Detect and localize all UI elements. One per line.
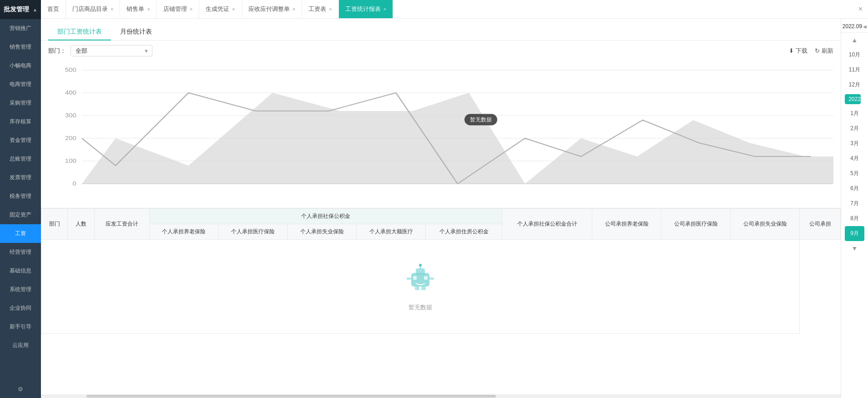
tab-month-stats[interactable]: 月份统计表	[111, 24, 161, 40]
date-year-2022[interactable]: 2022	[845, 94, 861, 104]
col-group-personal: 个人承担社保公积金	[149, 209, 502, 224]
sidebar: 批发管理 ▲ 营销推广销售管理小畅电商电商管理采购管理库存核算资金管理总账管理发…	[0, 0, 41, 398]
close-all-icon: ×	[858, 5, 863, 13]
sidebar-item-operations[interactable]: 经营管理	[0, 243, 41, 262]
svg-text:100: 100	[65, 158, 76, 164]
page: 部门工资统计表 月份统计表 部门： 全部 ▼	[41, 19, 841, 398]
col-personal-pension: 个人承担养老保险	[149, 224, 218, 240]
tab-close-receivable[interactable]: ×	[293, 6, 295, 12]
sidebar-item-ecommerce-small[interactable]: 小畅电商	[0, 56, 41, 75]
empty-robot-icon	[402, 262, 439, 298]
nav-up-arrow[interactable]: ▲	[848, 34, 861, 46]
tab-close-voucher[interactable]: ×	[232, 6, 235, 12]
toolbar: 部门： 全部 ▼ ⬇ 下载 ↻ 刷新	[41, 40, 841, 61]
date-month-3[interactable]: 3月	[845, 136, 864, 151]
tab-dept-salary[interactable]: 部门工资统计表	[48, 24, 111, 40]
tab-salary-table[interactable]: 工资表×	[302, 0, 338, 18]
sidebar-settings-button[interactable]: ⚙	[0, 380, 41, 398]
sidebar-item-basic[interactable]: 基础信息	[0, 262, 41, 280]
date-month-12[interactable]: 12月	[845, 77, 864, 92]
horizontal-scrollbar[interactable]	[41, 394, 841, 398]
sidebar-item-enterprise[interactable]: 企业协同	[0, 299, 41, 317]
table-area[interactable]: 部门 人数 应发工资合计 个人承担社保公积金 个人承担社保公积金合计 公司承担养…	[41, 208, 841, 394]
date-month-6[interactable]: 6月	[845, 181, 864, 196]
sidebar-header[interactable]: 批发管理 ▲	[0, 0, 41, 19]
scrollbar-thumb[interactable]	[86, 395, 496, 398]
tab-store-mgmt[interactable]: 店铺管理×	[157, 0, 199, 18]
date-month-2[interactable]: 2月	[845, 121, 864, 136]
svg-text:200: 200	[65, 135, 76, 141]
col-company-pension: 公司承担养老保险	[592, 209, 661, 240]
date-month-9[interactable]: 9月	[845, 226, 864, 241]
download-button[interactable]: ⬇ 下载	[789, 47, 807, 55]
gear-icon: ⚙	[18, 386, 23, 393]
tab-sales-order[interactable]: 销售单×	[120, 0, 156, 18]
date-month-11[interactable]: 11月	[845, 62, 864, 77]
empty-text: 暂无数据	[409, 303, 432, 312]
tab-store-catalog[interactable]: 门店商品目录×	[66, 0, 120, 18]
date-month-4[interactable]: 4月	[845, 151, 864, 166]
date-year-text: 2022.09	[843, 23, 862, 30]
tab-close-salary-report[interactable]: ×	[384, 6, 386, 12]
tab-close-salary-table[interactable]: ×	[329, 6, 332, 12]
chart-area: 500 400 300 200 100 0 暂无数据	[41, 61, 841, 208]
date-month-10[interactable]: 10月	[845, 47, 864, 62]
sidebar-item-marketing[interactable]: 营销推广	[0, 19, 41, 38]
col-personal-total: 个人承担社保公积金合计	[502, 209, 592, 240]
tab-voucher[interactable]: 生成凭证×	[199, 0, 242, 18]
svg-text:300: 300	[65, 112, 76, 118]
nav-down-arrow[interactable]: ▼	[848, 242, 861, 255]
svg-rect-20	[407, 277, 411, 280]
col-personal-unemployment: 个人承担失业保险	[288, 224, 357, 240]
col-company-more: 公司承担	[800, 209, 841, 240]
sidebar-item-newbie[interactable]: 新手引导	[0, 317, 41, 336]
date-month-7[interactable]: 7月	[845, 196, 864, 211]
svg-text:0: 0	[72, 181, 76, 186]
tab-home[interactable]: 首页	[41, 0, 66, 18]
col-personal-medical: 个人承担医疗保险	[218, 224, 288, 240]
tab-close-sales-order[interactable]: ×	[147, 6, 150, 12]
sidebar-item-assets[interactable]: 固定资产	[0, 206, 41, 224]
svg-point-17	[419, 264, 422, 267]
col-personal-major-medical: 个人承担大额医疗	[357, 224, 426, 240]
date-month-1[interactable]: 1月	[845, 106, 864, 121]
sidebar-item-tax[interactable]: 税务管理	[0, 187, 41, 206]
sidebar-item-finance[interactable]: 资金管理	[0, 131, 41, 150]
tab-receivable[interactable]: 应收应付调整单×	[242, 0, 302, 18]
sidebar-item-purchase[interactable]: 采购管理	[0, 94, 41, 112]
svg-rect-19	[424, 276, 428, 280]
date-year-display[interactable]: 2022.09 ◀	[841, 20, 868, 33]
sidebar-item-ledger[interactable]: 总账管理	[0, 150, 41, 168]
sidebar-collapse-icon: ▲	[33, 7, 37, 12]
col-personal-housing: 个人承担住房公积金	[426, 224, 502, 240]
tab-label-salary-table: 工资表	[308, 5, 326, 13]
dept-select[interactable]: 全部	[71, 45, 152, 56]
svg-rect-21	[429, 277, 434, 280]
close-all-button[interactable]: ×	[853, 5, 868, 13]
col-salary-total: 应发工资合计	[94, 209, 149, 240]
sidebar-item-cloud[interactable]: 云应用	[0, 336, 41, 355]
sidebar-item-invoice[interactable]: 发票管理	[0, 168, 41, 187]
tab-close-store-catalog[interactable]: ×	[111, 6, 113, 12]
dept-select-wrapper: 全部 ▼	[71, 45, 152, 56]
tab-salary-report[interactable]: 工资统计报表×	[339, 0, 393, 18]
sidebar-item-ecommerce[interactable]: 电商管理	[0, 75, 41, 94]
date-panel: 2022.09 ◀ ▲ 10月11月12月20221月2月3月4月5月6月7月8…	[841, 19, 868, 398]
refresh-button[interactable]: ↻ 刷新	[815, 47, 833, 55]
table-empty: 暂无数据	[41, 240, 800, 334]
sidebar-item-salary[interactable]: 工资	[0, 224, 41, 243]
date-month-5[interactable]: 5月	[845, 166, 864, 181]
svg-text:500: 500	[65, 67, 76, 73]
content-area: 部门工资统计表 月份统计表 部门： 全部 ▼	[41, 19, 868, 398]
data-table: 部门 人数 应发工资合计 个人承担社保公积金 个人承担社保公积金合计 公司承担养…	[41, 208, 841, 334]
sidebar-item-system[interactable]: 系统管理	[0, 280, 41, 299]
tabbar: 首页门店商品目录×销售单×店铺管理×生成凭证×应收应付调整单×工资表×工资统计报…	[41, 0, 868, 19]
toolbar-left: 部门： 全部 ▼	[48, 45, 152, 56]
tab-close-store-mgmt[interactable]: ×	[190, 6, 192, 12]
date-month-8[interactable]: 8月	[845, 211, 864, 226]
toolbar-right: ⬇ 下载 ↻ 刷新	[789, 47, 833, 55]
dept-label: 部门：	[48, 47, 66, 55]
sidebar-item-sales[interactable]: 销售管理	[0, 38, 41, 56]
sidebar-item-inventory[interactable]: 库存核算	[0, 112, 41, 131]
col-company-unemployment: 公司承担失业保险	[731, 209, 800, 240]
